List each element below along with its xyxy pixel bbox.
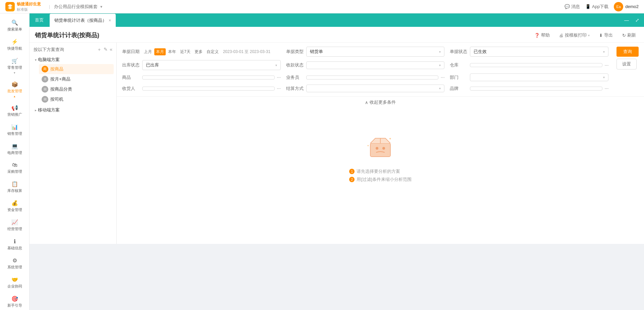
chevron-down-icon[interactable]: ▾	[100, 4, 102, 9]
warehouse-input[interactable]	[470, 63, 602, 67]
tree-item-driver[interactable]: 回 按司机	[39, 94, 114, 104]
operations-icon: 📈	[11, 219, 18, 225]
tab-close-button[interactable]: ×	[109, 18, 111, 23]
sidebar-item-enterprise[interactable]: 🤝 企业协同	[0, 273, 29, 292]
date-tab-more[interactable]: 更多	[193, 48, 204, 55]
sidebar-item-quicknav[interactable]: ⚡ 快捷导航	[0, 35, 29, 54]
scheme-tree: ▾ 电脑端方案 商 按商品 月 按月+商品	[30, 55, 116, 114]
receipt-status-select[interactable]: ▾	[306, 61, 445, 69]
type-select-arrow: ▾	[439, 50, 441, 54]
page-header: 销货单统计计表(按商品) ❓ 帮助 🖨 按模板打印 ▾ ⬇	[30, 27, 644, 43]
right-panel: 单据日期 上月 本月 本年 近7天 更多	[117, 43, 644, 244]
filter-row-4: 收货人 ···	[122, 85, 608, 92]
message-icon: 💬	[565, 4, 570, 9]
svg-point-3	[382, 147, 385, 150]
date-tabs: 上月 本月 本年 近7天 更多 自定义	[142, 48, 220, 55]
minimize-button[interactable]: —	[623, 16, 631, 24]
app-download-button[interactable]: 📱 App下载	[585, 4, 608, 10]
dept-select-arrow: ▾	[603, 75, 605, 79]
warehouse-more-button[interactable]: ···	[604, 62, 608, 69]
sidebar-item-wholesale[interactable]: 📦 批发管理 ▴	[0, 78, 29, 101]
empty-illustration: ✦ ✦ ✦	[364, 128, 397, 162]
maximize-button[interactable]: ⤢	[633, 16, 641, 24]
help-button[interactable]: ❓ 帮助	[532, 31, 552, 40]
tree-expand-icon: ▾	[35, 58, 37, 62]
sidebar-item-purchase[interactable]: 🛍 采购管理	[0, 159, 29, 177]
collapse-bar[interactable]: ∧ 收起更多条件	[117, 96, 644, 108]
date-tab-this-month[interactable]: 本月	[154, 48, 166, 55]
sidebar-item-operations[interactable]: 📈 经营管理	[0, 216, 29, 235]
brand-input[interactable]	[470, 87, 602, 91]
topbar-right: 💬 消息 📱 App下载 Ea demo2	[565, 2, 639, 11]
filter-section: 单据日期 上月 本月 本年 近7天 更多	[117, 43, 614, 96]
export-button[interactable]: ⬇ 导出	[596, 31, 615, 40]
goods-input[interactable]	[142, 75, 275, 80]
receiver-input[interactable]	[142, 87, 275, 91]
basic-info-icon: ℹ	[14, 238, 16, 245]
svg-text:✦: ✦	[387, 153, 389, 155]
date-tab-7days[interactable]: 近7天	[178, 48, 192, 55]
query-buttons: 查询 设置	[616, 43, 644, 96]
sidebar-item-search[interactable]: 🔍 搜索菜单	[0, 16, 29, 35]
goods-cat-icon: 回	[42, 86, 48, 93]
edit-scheme-button[interactable]: ✎	[104, 47, 108, 53]
export-icon: ⬇	[599, 33, 603, 38]
tab-active[interactable]: 销货单统计计表（按商品） ×	[50, 14, 116, 27]
tree-item-goods-category[interactable]: 回 按商品分类	[39, 84, 114, 94]
sidebar-item-retail[interactable]: 🛒 零售管理 ▾	[0, 54, 29, 78]
tip-item-2: 2 用[过滤]条件来缩小分析范围	[349, 176, 411, 183]
brand-more-button[interactable]: ···	[604, 85, 608, 92]
message-button[interactable]: 💬 消息	[565, 4, 580, 10]
payment-select[interactable]: ▾	[306, 85, 445, 92]
print-arrow-icon: ▾	[588, 34, 590, 37]
sidebar-item-sales[interactable]: 📊 销售管理	[0, 120, 29, 140]
refresh-button[interactable]: ↻ 刷新	[620, 31, 639, 40]
help-icon: ❓	[534, 33, 540, 38]
date-tab-this-year[interactable]: 本年	[166, 48, 178, 55]
type-select[interactable]: 销货单 ▾	[306, 47, 445, 57]
query-button[interactable]: 查询	[616, 47, 639, 57]
search-icon: 🔍	[11, 19, 18, 26]
empty-tips: 1 请先选择要分析的方案 2 用[过滤]条件来缩小分析范围	[349, 168, 411, 183]
filter-type: 单据类型 销货单 ▾	[286, 47, 445, 57]
user-menu[interactable]: Ea demo2	[614, 2, 639, 11]
sidebar-item-basic-info[interactable]: ℹ 基础信息	[0, 235, 29, 254]
tree-parent-mobile[interactable]: ▸ 移动端方案	[32, 106, 114, 114]
out-status-select[interactable]: 已出库 ▾	[142, 60, 281, 70]
settings-button[interactable]: 设置	[616, 59, 637, 69]
sidebar-item-marketing[interactable]: 📢 营销推广	[0, 101, 29, 120]
system-icon: ⚙	[12, 257, 17, 264]
tree-item-by-goods[interactable]: 商 按商品	[39, 64, 114, 74]
filter-out-status: 出库状态 已出库 ▾	[122, 60, 281, 70]
payment-select-arrow: ▾	[439, 87, 441, 90]
status-select[interactable]: 已生效 ▾	[470, 47, 608, 57]
sidebar-item-finance[interactable]: 💰 资金管理	[0, 197, 29, 216]
svg-text:✦: ✦	[389, 137, 391, 141]
filter-payment: 结算方式 ▾	[286, 85, 445, 92]
content-body: 按以下方案查询 ＋ ✎ « ▾ 电脑端方案	[30, 43, 644, 244]
tab-home[interactable]: 首页	[30, 13, 49, 27]
dept-select[interactable]: ▾	[470, 73, 608, 81]
employee-input[interactable]	[306, 75, 439, 80]
sidebar-item-ecommerce[interactable]: 💻 电商管理	[0, 140, 29, 159]
tree-children-desktop: 商 按商品 月 按月+商品 回 按商品分类	[32, 64, 114, 104]
sidebar-item-inventory[interactable]: 📋 库存核算	[0, 177, 29, 197]
sidebar-item-system[interactable]: ⚙ 系统管理	[0, 254, 29, 273]
receiver-more-button[interactable]: ···	[277, 85, 281, 92]
filter-warehouse: 仓库 ···	[450, 62, 608, 69]
sidebar: 🔍 搜索菜单 ⚡ 快捷导航 🛒 零售管理 ▾ 📦 批发管理 ▴ 📢 营销推广 📊…	[0, 13, 30, 310]
employee-more-button[interactable]: ···	[440, 74, 444, 81]
collapse-panel-button[interactable]: «	[110, 47, 112, 53]
sidebar-item-newbie[interactable]: 🎯 新手引导	[0, 292, 29, 310]
tree-parent-desktop[interactable]: ▾ 电脑端方案	[32, 55, 114, 64]
svg-point-2	[376, 147, 378, 150]
add-scheme-button[interactable]: ＋	[97, 47, 102, 53]
date-tab-last-month[interactable]: 上月	[142, 48, 154, 55]
goods-more-button[interactable]: ···	[277, 74, 281, 81]
print-button[interactable]: 🖨 按模板打印 ▾	[556, 31, 592, 40]
filter-row-3: 商品 ···	[122, 73, 608, 81]
filter-goods: 商品 ···	[122, 74, 281, 81]
tree-item-month-goods[interactable]: 月 按月+商品	[39, 74, 114, 84]
date-tab-custom[interactable]: 自定义	[205, 48, 220, 55]
marketing-icon: 📢	[11, 105, 18, 111]
